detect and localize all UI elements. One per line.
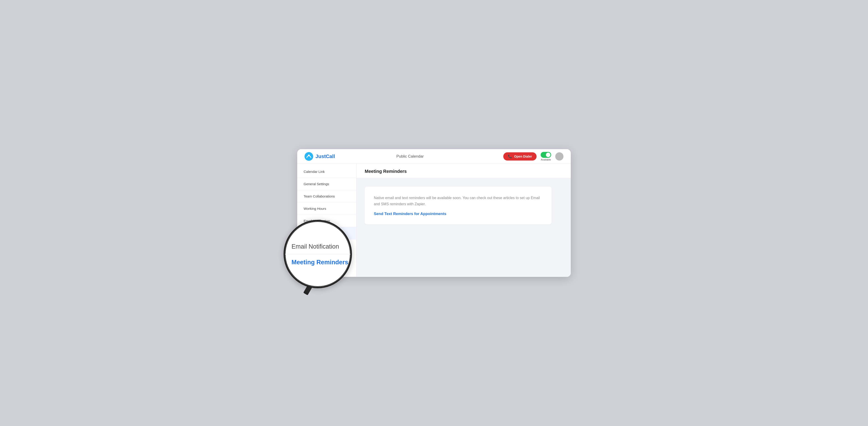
reminder-card: Native email and text reminders will be … bbox=[365, 187, 552, 224]
sidebar-item-meeting-reminders[interactable]: Meeting Reminders bbox=[297, 227, 356, 239]
sidebar-item-team-collaborations[interactable]: Team Collaborations bbox=[297, 190, 356, 203]
logo-text: JustCall bbox=[315, 153, 335, 159]
phone-icon: 📞 bbox=[508, 154, 512, 158]
availability-toggle-area: Available bbox=[541, 152, 551, 161]
sidebar-item-calendar-link[interactable]: Calendar Link bbox=[297, 165, 356, 178]
svg-point-2 bbox=[558, 155, 560, 157]
main-layout: Calendar Link General Settings Team Coll… bbox=[297, 164, 571, 277]
availability-toggle[interactable] bbox=[541, 152, 551, 158]
content-area: Meeting Reminders Native email and text … bbox=[356, 164, 571, 277]
page-title: Public Calendar bbox=[344, 154, 476, 159]
user-avatar[interactable] bbox=[555, 152, 563, 160]
svg-point-0 bbox=[305, 152, 313, 161]
top-navigation: JustCall Public Calendar 📞 Open Dialer A… bbox=[297, 149, 571, 164]
svg-point-1 bbox=[308, 154, 310, 156]
content-section-title: Meeting Reminders bbox=[365, 169, 407, 174]
sidebar: Calendar Link General Settings Team Coll… bbox=[297, 164, 356, 277]
nav-right: 📞 Open Dialer Available bbox=[503, 152, 563, 161]
open-dialer-button[interactable]: 📞 Open Dialer bbox=[503, 152, 536, 160]
justcall-logo-icon bbox=[305, 152, 313, 161]
sidebar-item-email-notification[interactable]: Email Notification bbox=[297, 215, 356, 227]
reminder-link[interactable]: Send Text Reminders for Appointments bbox=[374, 212, 446, 216]
reminder-description: Native email and text reminders will be … bbox=[374, 195, 542, 207]
sidebar-item-working-hours[interactable]: Working Hours bbox=[297, 203, 356, 215]
main-window: JustCall Public Calendar 📞 Open Dialer A… bbox=[297, 149, 571, 277]
content-header: Meeting Reminders bbox=[356, 164, 571, 178]
sidebar-item-general-settings[interactable]: General Settings bbox=[297, 178, 356, 190]
open-dialer-label: Open Dialer bbox=[514, 155, 532, 158]
availability-label: Available bbox=[541, 158, 551, 161]
content-body: Native email and text reminders will be … bbox=[356, 178, 571, 277]
logo-area: JustCall bbox=[305, 152, 335, 161]
